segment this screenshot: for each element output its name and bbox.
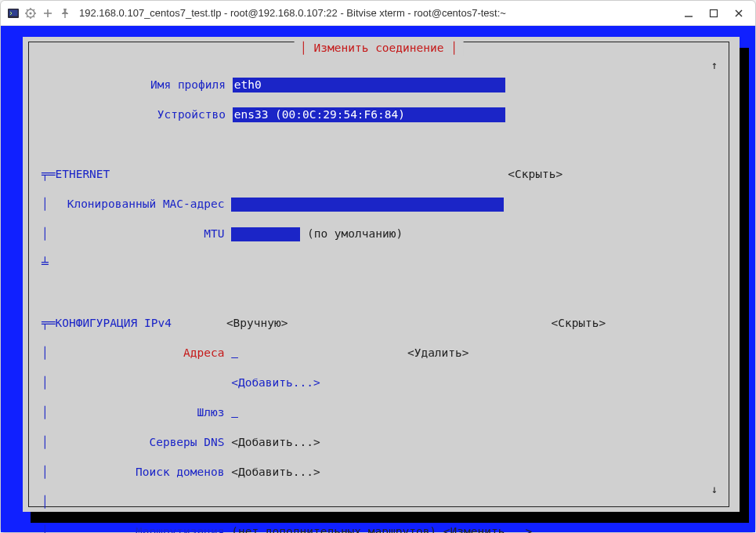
dialog-title: │ Изменить соединение │ (294, 41, 464, 56)
console-icon (7, 7, 20, 20)
addresses-label: Адреса (55, 346, 224, 361)
svg-rect-1 (9, 9, 18, 16)
routing-label: Маршрутизация (55, 524, 224, 533)
dns-add-button[interactable]: <Добавить...> (231, 436, 320, 448)
svg-line-8 (27, 9, 27, 10)
profile-name-input[interactable]: eth0 (233, 78, 505, 92)
gateway-label: Шлюз (55, 405, 224, 420)
svg-line-11 (34, 9, 34, 10)
address-add-button[interactable]: <Добавить...> (231, 376, 320, 389)
ipv4-hide-button[interactable]: <Скрыть> (551, 317, 606, 329)
search-domains-add-button[interactable]: <Добавить...> (231, 466, 320, 478)
window-title: 192.168.0.107_centos7_test.tlp - root@19… (76, 7, 678, 19)
profile-name-label: Имя профиля (42, 78, 226, 92)
thumbtack-icon[interactable] (59, 7, 71, 20)
edit-connection-dialog: │ Изменить соединение │ ↑ ↓ Имя профиля … (23, 37, 740, 512)
maximize-button[interactable] (708, 8, 719, 19)
scroll-up-indicator[interactable]: ↑ (711, 58, 718, 73)
ipv4-header: КОНФИГУРАЦИЯ IPv4 (55, 317, 171, 329)
ethernet-header: ETHERNET (55, 168, 110, 180)
mtu-label: MTU (55, 227, 224, 241)
address-input[interactable] (231, 346, 400, 361)
routing-edit-button[interactable]: <Изменить...> (443, 525, 533, 533)
svg-point-3 (29, 12, 31, 14)
app-window: 192.168.0.107_centos7_test.tlp - root@19… (0, 0, 756, 533)
close-button[interactable] (733, 8, 744, 19)
address-delete-button[interactable]: <Удалить> (407, 346, 469, 359)
plus-icon[interactable] (42, 7, 54, 20)
mtu-input[interactable] (231, 227, 300, 241)
search-domains-label: Поиск доменов (55, 465, 224, 480)
cloned-mac-input[interactable] (231, 198, 504, 212)
ipv4-mode-select[interactable]: <Вручную> (226, 317, 288, 329)
gear-icon[interactable] (24, 7, 37, 20)
svg-rect-16 (711, 9, 718, 16)
routing-value: (нет дополнительных маршрутов) (231, 525, 436, 533)
mtu-default-label: (по умолчанию) (307, 227, 403, 240)
cloned-mac-label: Клонированный MAC-адрес (55, 197, 224, 212)
dns-label: Серверы DNS (55, 435, 224, 450)
device-input[interactable]: ens33 (00:0C:29:54:F6:84) (233, 107, 505, 122)
gateway-input[interactable] (231, 405, 400, 420)
scroll-down-indicator[interactable]: ↓ (711, 482, 718, 497)
svg-line-10 (27, 16, 27, 16)
ethernet-hide-button[interactable]: <Скрыть> (508, 168, 562, 180)
device-label: Устройство (42, 107, 226, 122)
svg-line-9 (34, 16, 34, 16)
minimize-button[interactable] (683, 8, 694, 19)
titlebar: 192.168.0.107_centos7_test.tlp - root@19… (1, 1, 755, 26)
terminal-area: │ Изменить соединение │ ↑ ↓ Имя профиля … (1, 26, 755, 532)
